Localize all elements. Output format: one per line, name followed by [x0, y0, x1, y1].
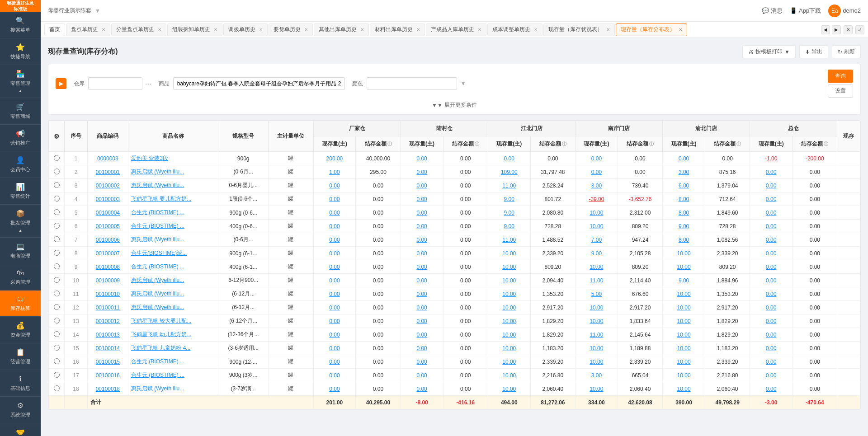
expand-more-btn[interactable]: ▼▼ 展开更多条件: [56, 101, 853, 109]
cell-name[interactable]: 惠氏启賦 (Wyeth illu...: [128, 165, 218, 179]
cell-yubeimen-curr[interactable]: 10.00: [663, 328, 705, 342]
cell-total-curr[interactable]: 0.00: [750, 369, 793, 382]
cell-name[interactable]: 合生元(BIOSTIME)派...: [128, 247, 218, 260]
cell-yubeimen-curr[interactable]: 10.00: [663, 369, 705, 382]
cell-name[interactable]: 惠氏启赋 (Wyeth illu...: [128, 179, 218, 192]
cell-radio[interactable]: [49, 192, 65, 206]
nav-tab-11[interactable]: 现存量（库存分布表）✕: [616, 23, 687, 36]
cell-jiangbei-curr[interactable]: 10.00: [488, 355, 530, 369]
cell-yubeimen-curr[interactable]: 10.00: [663, 287, 705, 301]
cell-radio[interactable]: [49, 342, 65, 355]
cell-factory-curr[interactable]: 0.00: [313, 328, 356, 342]
sidebar-item-5[interactable]: 👤 会员中心: [0, 151, 41, 178]
sidebar-item-4[interactable]: 📢 营销推广: [0, 125, 41, 151]
sidebar-item-2[interactable]: 🏪 零售管理 ▲: [0, 65, 41, 98]
cell-code[interactable]: 00100015: [87, 355, 128, 369]
cell-code[interactable]: 00100004: [87, 206, 128, 220]
cell-code[interactable]: 00100003: [87, 192, 128, 206]
cell-name[interactable]: 合生元 (BIOSTIME) ...: [128, 206, 218, 220]
cell-radio[interactable]: [49, 369, 65, 382]
cell-factory-curr[interactable]: 0.00: [313, 247, 356, 260]
cell-jiangbei-curr[interactable]: 10.00: [488, 274, 530, 287]
sidebar-item-10[interactable]: 🗂 库存核算: [0, 291, 41, 317]
cell-village-curr[interactable]: 0.00: [401, 328, 443, 342]
cell-code[interactable]: 00100013: [87, 328, 128, 342]
sidebar-item-6[interactable]: 📊 零售统计: [0, 178, 41, 205]
nav-prev-btn[interactable]: ◀: [821, 25, 830, 34]
cell-yubeimen-curr[interactable]: 10.00: [663, 314, 705, 328]
cell-total-curr[interactable]: 0.00: [750, 247, 793, 260]
cell-nanan-curr[interactable]: 7.00: [575, 233, 618, 247]
nav-tab-close-1[interactable]: ✕: [102, 27, 105, 32]
cell-nanan-curr[interactable]: 11.00: [575, 274, 618, 287]
cell-name[interactable]: 惠氏启赋 (Wyeth illu...: [128, 301, 218, 314]
cell-jiangbei-curr[interactable]: 9.00: [488, 220, 530, 233]
refresh-btn[interactable]: ↻ 刷新: [832, 45, 861, 58]
sidebar-item-12[interactable]: 📋 经营管理: [0, 343, 41, 370]
cell-village-curr[interactable]: 0.00: [401, 287, 443, 301]
cell-radio[interactable]: [49, 206, 65, 220]
color-dropdown-icon[interactable]: ▼: [461, 80, 466, 87]
cell-radio[interactable]: [49, 274, 65, 287]
cell-yubeimen-curr[interactable]: 10.00: [663, 260, 705, 274]
cell-name[interactable]: 飞鹤星飞帆 较大婴儿配...: [128, 314, 218, 328]
cell-name[interactable]: 飞鹤星飞帆 婴儿配方奶...: [128, 192, 218, 206]
cell-village-curr[interactable]: 0.00: [401, 247, 443, 260]
cell-factory-curr[interactable]: 0.00: [313, 274, 356, 287]
cell-nanan-curr[interactable]: 10.00: [575, 314, 618, 328]
warehouse-input[interactable]: [88, 77, 142, 90]
cell-nanan-curr[interactable]: 0.00: [575, 152, 618, 165]
cell-radio[interactable]: [49, 152, 65, 165]
cell-total-curr[interactable]: 0.00: [750, 314, 793, 328]
cell-factory-curr[interactable]: 0.00: [313, 260, 356, 274]
cell-nanan-curr[interactable]: 5.00: [575, 287, 618, 301]
cell-name[interactable]: 爱他美 盒装3段: [128, 152, 218, 165]
nav-tab-0[interactable]: 首页: [44, 23, 65, 36]
filter-toggle-btn[interactable]: ▶: [56, 78, 66, 89]
cell-radio[interactable]: [49, 220, 65, 233]
cell-radio[interactable]: [49, 355, 65, 369]
sidebar-item-15[interactable]: 🤝 企业协同: [0, 423, 41, 436]
cell-radio[interactable]: [49, 301, 65, 314]
th-gear[interactable]: ⚙: [49, 121, 65, 152]
cell-yubeimen-curr[interactable]: 8.00: [663, 233, 705, 247]
setting-btn[interactable]: 设置: [828, 84, 853, 98]
cell-jiangbei-curr[interactable]: 10.00: [488, 314, 530, 328]
message-btn[interactable]: 💬 消息: [762, 7, 783, 15]
cell-factory-curr[interactable]: 0.00: [313, 206, 356, 220]
cell-total-curr[interactable]: 0.00: [750, 206, 793, 220]
cell-radio[interactable]: [49, 328, 65, 342]
cell-name[interactable]: 飞鹤星飞帆 幼儿配方奶...: [128, 328, 218, 342]
cell-total-curr[interactable]: 0.00: [750, 274, 793, 287]
cell-nanan-curr[interactable]: 10.00: [575, 301, 618, 314]
nav-tab-10[interactable]: 现存量（库存状况表）✕: [543, 23, 615, 36]
cell-code[interactable]: 00100002: [87, 179, 128, 192]
cell-jiangbei-curr[interactable]: 10.00: [488, 342, 530, 355]
cell-name[interactable]: 合生元 (BIOSTIME) ...: [128, 260, 218, 274]
cell-radio[interactable]: [49, 233, 65, 247]
nav-tab-close-3[interactable]: ✕: [214, 27, 217, 32]
cell-village-curr[interactable]: 0.00: [401, 369, 443, 382]
cell-village-curr[interactable]: 0.00: [401, 179, 443, 192]
cell-jiangbei-curr[interactable]: 10.00: [488, 247, 530, 260]
cell-total-curr[interactable]: 0.00: [750, 233, 793, 247]
cell-factory-curr[interactable]: 0.00: [313, 342, 356, 355]
cell-jiangbei-curr[interactable]: 10.00: [488, 301, 530, 314]
cell-factory-curr[interactable]: 0.00: [313, 179, 356, 192]
color-input[interactable]: [367, 77, 457, 90]
cell-radio[interactable]: [49, 382, 65, 396]
nav-close-all-btn[interactable]: ✕: [844, 25, 853, 34]
cell-total-curr[interactable]: 0.00: [750, 287, 793, 301]
cell-nanan-curr[interactable]: 10.00: [575, 220, 618, 233]
print-btn[interactable]: 🖨 按模板打印 ▼: [742, 45, 796, 58]
cell-factory-curr[interactable]: 0.00: [313, 287, 356, 301]
cell-code[interactable]: 00100005: [87, 220, 128, 233]
nav-tab-close-7[interactable]: ✕: [416, 27, 420, 32]
nav-tab-6[interactable]: 其他出库单历史✕: [314, 23, 369, 36]
cell-village-curr[interactable]: 0.00: [401, 355, 443, 369]
cell-nanan-curr[interactable]: 10.00: [575, 382, 618, 396]
cell-jiangbei-curr[interactable]: 9.00: [488, 192, 530, 206]
cell-jiangbei-curr[interactable]: 9.00: [488, 206, 530, 220]
cell-nanan-curr[interactable]: 10.00: [575, 342, 618, 355]
cell-jiangbei-curr[interactable]: 10.00: [488, 260, 530, 274]
